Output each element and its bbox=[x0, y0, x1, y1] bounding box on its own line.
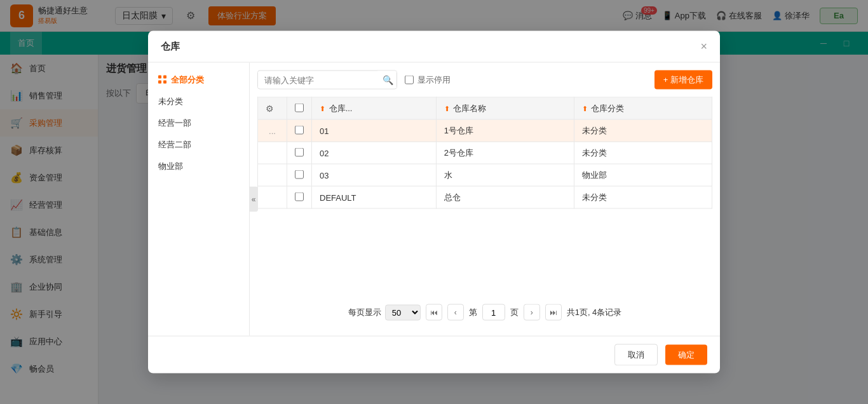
grid-icon bbox=[158, 76, 167, 84]
row-category: 物业部 bbox=[574, 164, 712, 186]
prev-page-button[interactable]: ‹ bbox=[447, 304, 464, 321]
table-row[interactable]: DEFAULT 总仓 未分类 bbox=[258, 186, 712, 208]
row-checkbox-cell bbox=[287, 119, 312, 142]
per-page-group: 每页显示 50 10 20 100 bbox=[348, 304, 421, 320]
row-category: 未分类 bbox=[574, 119, 712, 142]
category-item-1[interactable]: 经营一部 bbox=[148, 112, 249, 134]
category-sidebar: 全部分类 未分类 经营一部 经营二部 物业部 « bbox=[148, 63, 250, 336]
search-box: 🔍 bbox=[257, 71, 397, 90]
add-warehouse-button[interactable]: + 新增仓库 bbox=[654, 71, 712, 90]
per-page-label: 每页显示 bbox=[348, 307, 381, 318]
row-checkbox-3[interactable] bbox=[295, 192, 304, 201]
sort-icon-2: ⬆ bbox=[444, 105, 450, 112]
row-settings bbox=[258, 164, 287, 186]
th-settings: ⚙ bbox=[258, 97, 287, 119]
cancel-button[interactable]: 取消 bbox=[614, 344, 658, 366]
category-all[interactable]: 全部分类 bbox=[148, 69, 249, 91]
select-all-checkbox[interactable] bbox=[295, 103, 304, 112]
warehouse-modal: 仓库 × 全部分类 未分类 经营一部 经营二部 物业部 « bbox=[148, 31, 720, 374]
page-label: 第 bbox=[469, 307, 477, 318]
row-settings bbox=[258, 186, 287, 208]
modal-close-button[interactable]: × bbox=[700, 40, 707, 53]
category-item-0[interactable]: 未分类 bbox=[148, 91, 249, 112]
show-disabled-area: 显示停用 bbox=[405, 74, 451, 86]
row-checkbox-cell bbox=[287, 142, 312, 164]
th-category: ⬆ 仓库分类 bbox=[574, 97, 712, 119]
row-action-dots[interactable]: ... bbox=[269, 126, 276, 135]
row-name: 1号仓库 bbox=[436, 119, 574, 142]
row-checkbox-cell bbox=[287, 164, 312, 186]
modal-header: 仓库 × bbox=[148, 31, 720, 63]
show-disabled-checkbox[interactable] bbox=[405, 76, 414, 84]
category-item-3[interactable]: 物业部 bbox=[148, 156, 249, 177]
page-number-input[interactable] bbox=[482, 304, 505, 321]
modal-footer: 取消 确定 bbox=[148, 336, 720, 374]
per-page-select[interactable]: 50 10 20 100 bbox=[385, 304, 421, 320]
table-settings-icon[interactable]: ⚙ bbox=[266, 104, 274, 114]
modal-body: 全部分类 未分类 经营一部 经营二部 物业部 « 🔍 显示停用 bbox=[148, 63, 720, 336]
th-num: ⬆ 仓库... bbox=[312, 97, 437, 119]
table-toolbar: 🔍 显示停用 + 新增仓库 bbox=[257, 71, 712, 90]
row-checkbox-2[interactable] bbox=[295, 170, 304, 178]
next-page-button[interactable]: › bbox=[524, 304, 540, 321]
row-checkbox-1[interactable] bbox=[295, 147, 304, 156]
first-page-button[interactable]: ⏮ bbox=[426, 304, 442, 321]
row-name: 总仓 bbox=[436, 186, 574, 208]
th-name: ⬆ 仓库名称 bbox=[436, 97, 574, 119]
row-settings bbox=[258, 142, 287, 164]
table-area: 🔍 显示停用 + 新增仓库 ⚙ bbox=[250, 63, 720, 336]
row-code: DEFAULT bbox=[312, 186, 437, 208]
search-button[interactable]: 🔍 bbox=[377, 71, 397, 89]
row-name: 水 bbox=[436, 164, 574, 186]
row-settings: ... bbox=[258, 119, 287, 142]
table-row[interactable]: ... 01 1号仓库 未分类 bbox=[258, 119, 712, 142]
row-code: 03 bbox=[312, 164, 437, 186]
category-collapse-button[interactable]: « bbox=[249, 187, 258, 212]
th-checkbox bbox=[287, 97, 312, 119]
search-input[interactable] bbox=[258, 71, 377, 88]
category-item-2[interactable]: 经营二部 bbox=[148, 134, 249, 156]
row-checkbox-0[interactable] bbox=[295, 125, 304, 134]
table-row[interactable]: 03 水 物业部 bbox=[258, 164, 712, 186]
confirm-button[interactable]: 确定 bbox=[665, 345, 707, 365]
modal-title: 仓库 bbox=[161, 41, 180, 53]
pagination: 每页显示 50 10 20 100 ⏮ ‹ 第 页 › ⏭ 共1页, 4条记录 bbox=[257, 297, 712, 328]
row-checkbox-cell bbox=[287, 186, 312, 208]
show-disabled-label: 显示停用 bbox=[417, 74, 451, 86]
page-unit: 页 bbox=[510, 307, 519, 318]
sort-icon-3: ⬆ bbox=[582, 105, 588, 112]
sort-icon: ⬆ bbox=[320, 105, 325, 112]
warehouse-table: ⚙ ⬆ 仓库... ⬆ 仓库名称 bbox=[257, 97, 712, 209]
row-name: 2号仓库 bbox=[436, 142, 574, 164]
row-category: 未分类 bbox=[574, 186, 712, 208]
table-row[interactable]: 02 2号仓库 未分类 bbox=[258, 142, 712, 164]
page-summary: 共1页, 4条记录 bbox=[567, 307, 622, 318]
row-code: 01 bbox=[312, 119, 437, 142]
last-page-button[interactable]: ⏭ bbox=[545, 304, 562, 321]
row-category: 未分类 bbox=[574, 142, 712, 164]
row-code: 02 bbox=[312, 142, 437, 164]
